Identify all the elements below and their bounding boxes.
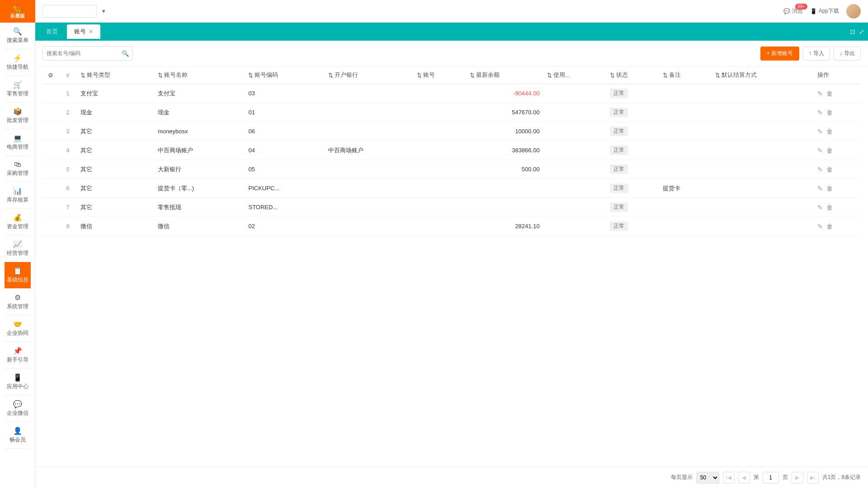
edit-icon[interactable]: ✎	[817, 147, 823, 154]
sidebar-item-quicknav[interactable]: ⚡快捷导航	[5, 49, 31, 76]
row-account	[413, 198, 466, 217]
tab-minimize-btn[interactable]: ⊡	[850, 28, 855, 35]
tab-account[interactable]: 账号✕	[67, 24, 100, 39]
sidebar-item-search[interactable]: 🔍搜索菜单	[5, 23, 31, 49]
row-index: 3	[59, 122, 77, 141]
th-settings[interactable]: ⚙	[42, 66, 59, 84]
row-usage	[543, 160, 606, 179]
delete-icon[interactable]: 🗑	[826, 147, 833, 154]
row-usage	[543, 217, 606, 236]
sidebar-item-inventory[interactable]: 📊库存核算	[5, 182, 31, 209]
row-bank	[325, 179, 413, 198]
tab-close-account[interactable]: ✕	[89, 28, 93, 35]
user-avatar[interactable]	[846, 4, 861, 19]
th-usage[interactable]: ⇅使用...	[543, 66, 606, 84]
row-code: 05	[245, 160, 324, 179]
per-page-select[interactable]: 50 20 100	[696, 472, 719, 483]
edit-icon[interactable]: ✎	[817, 128, 823, 135]
page-next-btn[interactable]: ▶	[792, 472, 803, 483]
edit-icon[interactable]: ✎	[817, 90, 823, 97]
topbar-app-btn[interactable]: 📱 App下载	[810, 7, 839, 15]
row-usage	[543, 122, 606, 141]
page-prev-btn[interactable]: ◀	[738, 472, 750, 483]
th-remark[interactable]: ⇅备注	[659, 66, 712, 84]
th-balance[interactable]: ⇅最新余额	[466, 66, 543, 84]
row-name: moneybosx	[154, 122, 245, 141]
topbar-msg-btn[interactable]: 💬 消息 99+	[783, 7, 803, 15]
tab-maximize-btn[interactable]: ⤢	[859, 28, 864, 35]
th-account[interactable]: ⇅账号	[413, 66, 466, 84]
import-button[interactable]: ↑ 导入	[803, 47, 830, 61]
export-button[interactable]: ↓ 导出	[834, 47, 861, 61]
search-box: 🔍	[42, 46, 133, 61]
app-subtitle: 乐雁版	[10, 13, 25, 19]
table-row: 2 现金 现金 01 547670.00 正常 ✎ 🗑	[42, 103, 861, 122]
edit-icon[interactable]: ✎	[817, 109, 823, 116]
sidebar-item-ecommerce[interactable]: 💻电商管理	[5, 129, 31, 156]
sidebar-item-corpwechat[interactable]: 💬企业微信	[5, 395, 31, 422]
delete-icon[interactable]: 🗑	[826, 204, 833, 211]
row-bank	[325, 160, 413, 179]
add-account-button[interactable]: + 新增账号	[760, 47, 799, 61]
topbar-search-input[interactable]	[42, 5, 97, 18]
th-code[interactable]: ⇅账号编码	[245, 66, 324, 84]
tab-label-account: 账号	[74, 28, 86, 36]
edit-icon[interactable]: ✎	[817, 185, 823, 192]
tab-home[interactable]: 首页	[39, 24, 65, 39]
row-name: 支付宝	[154, 84, 245, 103]
sidebar-item-finance[interactable]: 💰资金管理	[5, 209, 31, 235]
account-search-input[interactable]	[43, 50, 118, 56]
topbar-dropdown[interactable]: ▾	[102, 8, 105, 14]
delete-icon[interactable]: 🗑	[826, 128, 833, 135]
row-status: 正常	[606, 179, 659, 198]
sidebar-item-system[interactable]: ⚙系统管理	[5, 289, 31, 315]
row-account	[413, 160, 466, 179]
table-row: 7 其它 零售抵现 STORED... 正常 ✎ 🗑	[42, 198, 861, 217]
th-type[interactable]: ⇅账号类型	[77, 66, 154, 84]
row-settings	[42, 179, 59, 198]
edit-icon[interactable]: ✎	[817, 223, 823, 230]
row-op: ✎ 🗑	[814, 179, 861, 198]
row-type: 现金	[77, 103, 154, 122]
row-account	[413, 122, 466, 141]
row-code: 02	[245, 217, 324, 236]
sidebar-item-retail[interactable]: 🛒零售管理	[5, 76, 31, 103]
th-name[interactable]: ⇅账号名称	[154, 66, 245, 84]
sidebar-item-newbie[interactable]: 📌新手引导	[5, 342, 31, 369]
th-index: #	[59, 66, 77, 84]
th-status[interactable]: ⇅状态	[606, 66, 659, 84]
row-remark	[659, 160, 712, 179]
row-remark	[659, 103, 712, 122]
row-settings	[42, 160, 59, 179]
table-row: 1 支付宝 支付宝 03 -90444.00 正常 ✎ 🗑	[42, 84, 861, 103]
page-last-btn[interactable]: ▶|	[807, 472, 819, 483]
sidebar-item-wholesale[interactable]: 📦批发管理	[5, 103, 31, 129]
sidebar-item-operation[interactable]: 📈经营管理	[5, 235, 31, 262]
delete-icon[interactable]: 🗑	[826, 223, 833, 230]
sidebar-icon-newbie: 📌	[7, 347, 28, 355]
row-default-settlement	[712, 160, 813, 179]
delete-icon[interactable]: 🗑	[826, 166, 833, 173]
search-button[interactable]: 🔍	[118, 50, 133, 57]
sidebar-item-appcenter[interactable]: 📱应用中心	[5, 369, 31, 395]
row-default-settlement	[712, 122, 813, 141]
row-status: 正常	[606, 160, 659, 179]
row-status: 正常	[606, 217, 659, 236]
sidebar-item-basic[interactable]: 📋基础信息	[5, 262, 31, 289]
edit-icon[interactable]: ✎	[817, 166, 823, 173]
sidebar-item-enterprise[interactable]: 🤝企业协同	[5, 315, 31, 342]
page-input[interactable]	[763, 472, 779, 483]
row-remark	[659, 141, 712, 160]
delete-icon[interactable]: 🗑	[826, 185, 833, 192]
sidebar-item-member[interactable]: 👤畅会员	[5, 422, 31, 449]
sidebar-item-purchase[interactable]: 🛍采购管理	[5, 156, 31, 182]
delete-icon[interactable]: 🗑	[826, 109, 833, 116]
export-icon: ↓	[840, 50, 842, 56]
th-default-settlement[interactable]: ⇅默认结算方式	[712, 66, 813, 84]
delete-icon[interactable]: 🗑	[826, 90, 833, 97]
row-index: 7	[59, 198, 77, 217]
page-label: 第	[754, 474, 759, 481]
page-first-btn[interactable]: |◀	[723, 472, 735, 483]
th-bank[interactable]: ⇅开户银行	[325, 66, 413, 84]
edit-icon[interactable]: ✎	[817, 204, 823, 211]
